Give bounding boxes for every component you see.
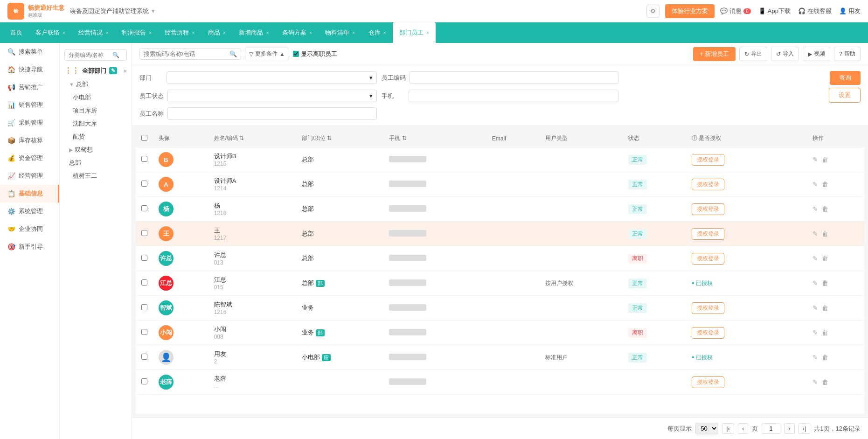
- delete-icon[interactable]: 🗑: [822, 230, 828, 237]
- tab-history[interactable]: 经营历程×: [158, 22, 201, 43]
- tab-operations[interactable]: 经营情况×: [72, 22, 115, 43]
- delete-icon[interactable]: 🗑: [822, 329, 828, 336]
- row-checkbox[interactable]: [141, 304, 147, 310]
- more-conditions-button[interactable]: ▽ 更多条件 ▲: [245, 48, 289, 60]
- row-checkbox[interactable]: [141, 329, 147, 335]
- delete-icon[interactable]: 🗑: [822, 354, 828, 361]
- dept-node-small-e[interactable]: 小电部: [60, 91, 132, 104]
- last-page-button[interactable]: ›|: [799, 423, 811, 434]
- select-all-checkbox[interactable]: [141, 135, 147, 141]
- edit-icon[interactable]: ✎: [812, 378, 818, 386]
- page-input[interactable]: [762, 423, 780, 434]
- sidebar-item-basic-info[interactable]: 📋 基础信息: [0, 185, 59, 202]
- delete-icon[interactable]: 🗑: [822, 156, 828, 163]
- sidebar-item-operations[interactable]: 📈 经营管理: [0, 167, 59, 185]
- delete-icon[interactable]: 🗑: [822, 181, 828, 188]
- row-checkbox[interactable]: [141, 156, 147, 162]
- dept-edit-icon[interactable]: ✎: [109, 67, 117, 74]
- edit-icon[interactable]: ✎: [812, 156, 818, 163]
- auth-button[interactable]: 授权登录: [692, 154, 724, 166]
- export-button[interactable]: ↻ 导出: [739, 47, 767, 61]
- row-checkbox[interactable]: [141, 255, 147, 261]
- dept-node-hq2[interactable]: 总部: [60, 156, 132, 169]
- dept-search-input[interactable]: [69, 52, 111, 58]
- dept-node-project[interactable]: 项目库房: [60, 104, 132, 117]
- delete-icon[interactable]: 🗑: [822, 279, 828, 287]
- row-checkbox[interactable]: [141, 378, 147, 384]
- prev-page-button[interactable]: ‹: [738, 423, 748, 434]
- app-download-button[interactable]: 📱 App下载: [758, 7, 791, 15]
- edit-icon[interactable]: ✎: [812, 181, 818, 188]
- auth-button[interactable]: 授权登录: [692, 302, 724, 314]
- row-checkbox[interactable]: [141, 279, 147, 286]
- sidebar-item-guide[interactable]: 🎯 新手引导: [0, 238, 59, 256]
- auth-button[interactable]: 授权登录: [692, 179, 724, 190]
- col-phone[interactable]: 手机 ⇅: [383, 130, 486, 147]
- delete-icon[interactable]: 🗑: [822, 255, 828, 262]
- auth-button[interactable]: 授权登录: [692, 203, 724, 215]
- tab-customer[interactable]: 客户联络×: [29, 22, 72, 43]
- edit-icon[interactable]: ✎: [812, 329, 818, 336]
- delete-icon[interactable]: 🗑: [822, 378, 828, 386]
- auth-button[interactable]: 授权登录: [692, 327, 724, 339]
- row-checkbox[interactable]: [141, 354, 147, 360]
- row-checkbox[interactable]: [141, 205, 147, 211]
- dept-collapse-icon[interactable]: «: [124, 67, 127, 74]
- col-name[interactable]: 姓名/编码 ⇅: [208, 130, 296, 147]
- row-checkbox[interactable]: [141, 181, 147, 187]
- emp-name-input[interactable]: [167, 107, 377, 120]
- tab-profit[interactable]: 利润报告×: [115, 22, 158, 43]
- search-input[interactable]: [144, 50, 228, 57]
- dept-node-planting[interactable]: 植树王二: [60, 169, 132, 182]
- show-resigned-input[interactable]: [293, 51, 299, 57]
- sidebar-item-sales[interactable]: 📊 销售管理: [0, 96, 59, 114]
- message-button[interactable]: 💬 消息 6: [720, 7, 751, 15]
- import-button[interactable]: ↺ 导入: [771, 47, 799, 61]
- row-checkbox[interactable]: [141, 230, 147, 236]
- sidebar-item-quick-nav[interactable]: 🏠 快捷导航: [0, 61, 59, 78]
- tab-goods[interactable]: 商品×: [201, 22, 232, 43]
- sidebar-item-marketing[interactable]: 📢 营销推广: [0, 78, 59, 96]
- edit-icon[interactable]: ✎: [812, 205, 818, 213]
- sidebar-item-purchase[interactable]: 🛒 采购管理: [0, 114, 59, 132]
- help-button[interactable]: ? 帮助: [834, 47, 861, 61]
- edit-icon[interactable]: ✎: [812, 230, 818, 237]
- auth-button[interactable]: 授权登录: [692, 228, 724, 240]
- edit-icon[interactable]: ✎: [812, 304, 818, 312]
- sidebar-item-system[interactable]: ⚙️ 系统管理: [0, 202, 59, 220]
- tab-warehouse[interactable]: 仓库×: [362, 22, 393, 43]
- tab-bom[interactable]: 物料清单×: [319, 22, 361, 43]
- view-button[interactable]: ▶ 视频: [803, 47, 830, 61]
- edit-icon[interactable]: ✎: [812, 255, 818, 262]
- sidebar-item-collab[interactable]: 🤝 企业协同: [0, 220, 59, 238]
- query-button[interactable]: 查询: [830, 71, 861, 85]
- dept-node-shenyang[interactable]: 沈阳大库: [60, 117, 132, 130]
- sidebar-item-finance[interactable]: 💰 资金管理: [0, 149, 59, 167]
- dept-node-shuangyuan[interactable]: ▶ 双鸳想: [60, 143, 132, 156]
- online-service-button[interactable]: 🎧 在线客服: [798, 7, 832, 15]
- tab-home[interactable]: 首页: [4, 22, 29, 43]
- user-menu[interactable]: 👤 用友: [839, 7, 861, 15]
- emp-status-select[interactable]: ▾: [167, 90, 377, 102]
- emp-code-input[interactable]: [410, 71, 619, 84]
- add-employee-button[interactable]: + 新增员工: [693, 47, 736, 61]
- delete-icon[interactable]: 🗑: [822, 304, 828, 312]
- col-dept[interactable]: 部门/职位 ⇅: [296, 130, 384, 147]
- auth-button[interactable]: 授权登录: [692, 253, 724, 265]
- tab-department[interactable]: 部门员工×: [393, 22, 436, 43]
- tab-add-goods[interactable]: 新增商品×: [232, 22, 275, 43]
- dept-select[interactable]: ▾: [167, 71, 377, 84]
- tab-barcode[interactable]: 条码方案×: [276, 22, 319, 43]
- first-page-button[interactable]: |‹: [722, 423, 734, 434]
- sidebar-item-inventory[interactable]: 📦 库存核算: [0, 132, 59, 149]
- phone-input[interactable]: [409, 90, 619, 102]
- settings-icon[interactable]: ⚙: [646, 5, 660, 18]
- edit-icon[interactable]: ✎: [812, 279, 818, 287]
- edit-icon[interactable]: ✎: [812, 354, 818, 361]
- dept-node-hq[interactable]: ▼ 总部: [60, 78, 132, 91]
- delete-icon[interactable]: 🗑: [822, 205, 828, 213]
- next-page-button[interactable]: ›: [784, 423, 794, 434]
- dept-node-distribution[interactable]: 配货: [60, 130, 132, 143]
- auth-button[interactable]: 授权登录: [692, 376, 724, 388]
- show-resigned-checkbox[interactable]: 显示离职员工: [293, 50, 337, 58]
